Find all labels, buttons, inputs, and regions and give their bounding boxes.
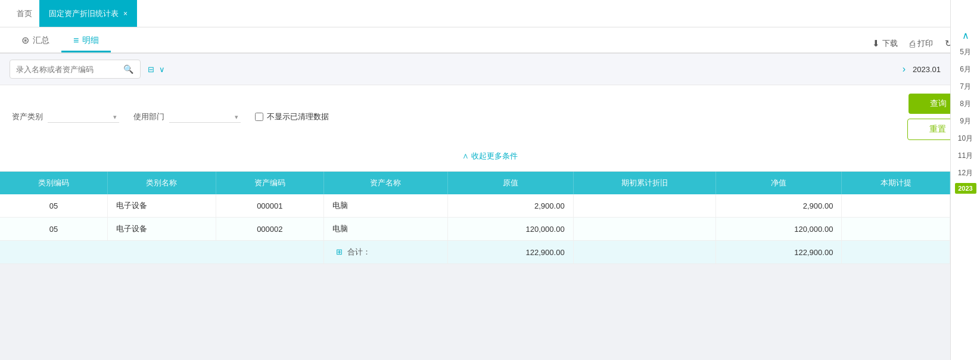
cell-current-provision bbox=[842, 194, 950, 218]
navigate-right-icon[interactable]: › bbox=[903, 64, 906, 75]
asset-category-filter: 资产类别 bbox=[12, 111, 119, 123]
close-tab-icon[interactable]: × bbox=[123, 10, 127, 18]
exclude-cleared-filter: 不显示已清理数据 bbox=[255, 111, 329, 122]
cell-accumulated-dep bbox=[573, 194, 716, 218]
total-text: 合计： bbox=[347, 247, 371, 256]
cell-category-name: 电子设备 bbox=[107, 194, 216, 218]
filter-icon: ⊟ bbox=[148, 65, 154, 74]
total-label: ⊞ 合计： bbox=[324, 241, 448, 264]
total-current-provision bbox=[842, 241, 950, 264]
filter-row: 资产类别 使用部门 不显示已清理数据 查询 重置 bbox=[12, 94, 968, 140]
total-net-value: 122,900.00 bbox=[716, 241, 842, 264]
department-select-wrap bbox=[169, 111, 241, 123]
col-category-name: 类别名称 bbox=[107, 172, 216, 194]
table-container: 类别编码 类别名称 资产编码 资产名称 原值 期初累计折旧 净值 本期计提 05… bbox=[0, 172, 950, 360]
total-accumulated-dep bbox=[573, 241, 716, 264]
cell-net-value: 120,000.00 bbox=[716, 218, 842, 241]
total-label-cell bbox=[0, 241, 324, 264]
month-11[interactable]: 11月 bbox=[951, 147, 980, 165]
cell-category-name: 电子设备 bbox=[107, 218, 216, 241]
search-input-wrap[interactable]: 🔍 bbox=[10, 60, 141, 79]
tab-summary[interactable]: ⊛ 汇总 bbox=[10, 30, 61, 52]
detail-icon: ≡ bbox=[73, 35, 79, 46]
tab-detail[interactable]: ≡ 明细 bbox=[61, 30, 111, 52]
search-bar: 🔍 ⊟ ∨ › 2023.01 bbox=[0, 54, 980, 85]
month-5[interactable]: 5月 bbox=[951, 44, 980, 61]
date-display: 2023.01 bbox=[913, 65, 941, 74]
asset-category-label: 资产类别 bbox=[12, 111, 43, 122]
scroll-up-button[interactable]: ∧ bbox=[960, 27, 972, 44]
chevron-down-icon: ∨ bbox=[159, 65, 165, 74]
col-net-value: 净值 bbox=[716, 172, 842, 194]
table-header-row: 类别编码 类别名称 资产编码 资产名称 原值 期初累计折旧 净值 本期计提 bbox=[0, 172, 950, 194]
sub-tabs: ⊛ 汇总 ≡ 明细 bbox=[10, 27, 111, 52]
tab-label: 固定资产折旧统计表 bbox=[49, 8, 119, 19]
col-accumulated-dep: 期初累计折旧 bbox=[573, 172, 716, 194]
exclude-cleared-checkbox[interactable] bbox=[255, 113, 263, 121]
month-8[interactable]: 8月 bbox=[951, 95, 980, 113]
col-current-provision: 本期计提 bbox=[842, 172, 950, 194]
tab-summary-label: 汇总 bbox=[33, 35, 49, 46]
month-9[interactable]: 9月 bbox=[951, 113, 980, 130]
cell-code: 05 bbox=[0, 218, 107, 241]
summary-icon: ⊛ bbox=[21, 35, 29, 46]
cell-asset-code: 000002 bbox=[216, 218, 324, 241]
total-icon: ⊞ bbox=[336, 247, 343, 256]
filter-area: 资产类别 使用部门 不显示已清理数据 查询 重置 ∧ 收起更多条件 bbox=[0, 85, 980, 172]
data-table: 类别编码 类别名称 资产编码 资产名称 原值 期初累计折旧 净值 本期计提 05… bbox=[0, 172, 950, 264]
cell-net-value: 2,900.00 bbox=[716, 194, 842, 218]
download-label: 下载 bbox=[882, 38, 898, 49]
table-row: 05 电子设备 000002 电脑 120,000.00 120,000.00 bbox=[0, 218, 950, 241]
col-original-value: 原值 bbox=[447, 172, 573, 194]
right-sidebar: ∧ 5月 6月 7月 8月 9月 10月 11月 12月 2023 bbox=[950, 0, 980, 360]
download-icon: ⬇ bbox=[872, 38, 880, 49]
cell-original-value: 2,900.00 bbox=[447, 194, 573, 218]
cell-asset-code: 000001 bbox=[216, 194, 324, 218]
total-row: ⊞ 合计： 122,900.00 122,900.00 bbox=[0, 241, 950, 264]
department-filter: 使用部门 bbox=[133, 111, 241, 123]
month-6[interactable]: 6月 bbox=[951, 61, 980, 78]
active-tab[interactable]: 固定资产折旧统计表 × bbox=[39, 0, 137, 27]
download-button[interactable]: ⬇ 下载 bbox=[872, 38, 898, 49]
exclude-cleared-label: 不显示已清理数据 bbox=[267, 111, 329, 122]
cell-current-provision bbox=[842, 218, 950, 241]
cell-code: 05 bbox=[0, 194, 107, 218]
print-button[interactable]: ⎙ 打印 bbox=[910, 38, 933, 49]
search-icon[interactable]: 🔍 bbox=[123, 64, 133, 74]
asset-category-select[interactable] bbox=[48, 111, 119, 123]
col-asset-code: 资产编码 bbox=[216, 172, 324, 194]
more-conditions-button[interactable]: ⊟ ∨ bbox=[148, 65, 165, 74]
print-label: 打印 bbox=[917, 38, 933, 49]
collapse-bar[interactable]: ∧ 收起更多条件 bbox=[12, 146, 968, 165]
department-select[interactable] bbox=[169, 111, 241, 123]
cell-asset-name: 电脑 bbox=[324, 218, 448, 241]
month-12[interactable]: 12月 bbox=[951, 165, 980, 182]
month-10[interactable]: 10月 bbox=[951, 130, 980, 147]
year-badge[interactable]: 2023 bbox=[955, 183, 976, 194]
search-input[interactable] bbox=[16, 65, 123, 74]
col-asset-name: 资产名称 bbox=[324, 172, 448, 194]
asset-category-select-wrap bbox=[48, 111, 119, 123]
top-nav: 首页 固定资产折旧统计表 × × bbox=[0, 0, 980, 27]
print-icon: ⎙ bbox=[910, 39, 915, 49]
col-category-code: 类别编码 bbox=[0, 172, 107, 194]
cell-original-value: 120,000.00 bbox=[447, 218, 573, 241]
department-label: 使用部门 bbox=[133, 111, 164, 122]
home-tab[interactable]: 首页 bbox=[10, 8, 39, 19]
sub-tab-bar: ⊛ 汇总 ≡ 明细 ⬇ 下载 ⎙ 打印 ↻ 刷新 bbox=[0, 27, 980, 54]
total-original-value: 122,900.00 bbox=[447, 241, 573, 264]
cell-asset-name: 电脑 bbox=[324, 194, 448, 218]
tab-detail-label: 明细 bbox=[82, 35, 99, 46]
cell-accumulated-dep bbox=[573, 218, 716, 241]
month-7[interactable]: 7月 bbox=[951, 78, 980, 95]
table-row: 05 电子设备 000001 电脑 2,900.00 2,900.00 bbox=[0, 194, 950, 218]
